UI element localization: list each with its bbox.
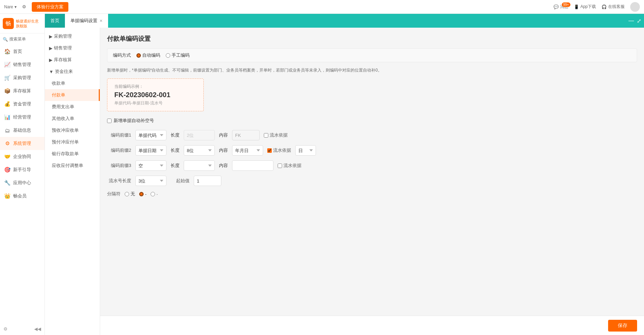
sep-dot-radio-input[interactable] (151, 192, 155, 196)
headset-icon: 🎧 (602, 4, 607, 9)
sidebar-item-apps[interactable]: 🔧 应用中心 (0, 176, 45, 189)
sub-menu-item-expense[interactable]: 费用支出单 (45, 101, 100, 113)
prefix3-select[interactable]: 空 (135, 160, 166, 171)
manual-encoding-radio-input[interactable] (166, 53, 170, 58)
finance-icon: 💰 (4, 101, 10, 107)
tab-home[interactable]: 首页 (45, 14, 65, 28)
sub-menu-header-sales[interactable]: ▶ 销售管理 (45, 42, 100, 54)
app-download-button[interactable]: 📱 App下载 (574, 4, 596, 10)
sidebar-item-purchase[interactable]: 🛒 采购管理 (0, 71, 45, 84)
sep-dot-radio[interactable]: · (151, 192, 158, 197)
auto-fill-checkbox[interactable] (107, 119, 112, 123)
sidebar-item-home[interactable]: 🏠 首页 (0, 45, 45, 58)
serial3-checkbox[interactable] (278, 164, 282, 168)
sub-menu-item-receipt-label: 收款单 (52, 81, 65, 86)
tab-maximize-icon[interactable]: ⤢ (637, 18, 641, 24)
sidebar-item-inventory[interactable]: 📦 库存核算 (0, 84, 45, 97)
sep-dash-radio-input[interactable] (139, 192, 144, 196)
serial1-checkbox-label[interactable]: 流水依据 (264, 132, 288, 138)
content2-label: 内容 (219, 147, 228, 153)
settings-icon[interactable]: ⚙ (19, 2, 29, 12)
auto-encoding-radio-input[interactable] (136, 53, 141, 58)
logo-text: 畅捷通好生意 旗舰版 (16, 19, 39, 29)
sidebar-item-guide[interactable]: 🎯 新手引导 (0, 163, 45, 176)
sub-menu-sales: ▶ 销售管理 (45, 42, 100, 54)
logo-line2: 旗舰版 (16, 24, 39, 28)
membership-icon: 👑 (4, 193, 10, 199)
app-download-label: App下载 (580, 4, 596, 10)
content3-input[interactable] (232, 160, 273, 171)
sidebar-label-cooperation: 企业协同 (13, 153, 31, 160)
sep-none-radio[interactable]: 无 (125, 191, 135, 197)
sub-menu-item-other-income[interactable]: 其他收入单 (45, 113, 100, 124)
code-preview-value: FK-20230602-001 (114, 91, 196, 99)
main-area: 首页 单据编码设置 ✕ — ⤢ ▶ 采购管理 (45, 14, 644, 335)
sidebar-logo: 畅 畅捷通好生意 旗舰版 (0, 14, 45, 34)
sidebar: 畅 畅捷通好生意 旗舰版 🔍 搜索菜单 🏠 首页 📈 销售管理 🛒 采购管理 (0, 14, 45, 335)
collapse-icon[interactable]: ◀◀ (34, 326, 41, 332)
length2-select[interactable]: 8位 (184, 145, 215, 156)
auto-encoding-radio[interactable]: 自动编码 (136, 52, 160, 58)
length3-select[interactable] (184, 160, 215, 171)
sub-menu-item-prepay-pay[interactable]: 预付冲应付单 (45, 136, 100, 148)
sub-menu-item-receipt[interactable]: 收款单 (45, 77, 100, 89)
search-label: 搜索菜单 (9, 36, 26, 42)
sub-menu-label-purchase: 采购管理 (54, 33, 72, 39)
chevron-right-icon2: ▶ (49, 46, 52, 51)
content1-input (232, 130, 260, 140)
sidebar-item-system[interactable]: ⚙ 系统管理 (0, 137, 45, 150)
serial3-checkbox-label[interactable]: 流水依据 (278, 162, 301, 169)
message-button[interactable]: 💬 消息 99+ (554, 4, 568, 10)
save-button[interactable]: 保存 (608, 320, 637, 332)
sub-menu-header-inventory[interactable]: ▶ 库存核算 (45, 54, 100, 66)
tab-encoding[interactable]: 单据编码设置 ✕ (65, 14, 108, 28)
serial2-unit-select[interactable]: 日 (295, 145, 316, 156)
sub-menu-item-payable-adjust[interactable]: 应收应付调整单 (45, 160, 100, 171)
serial-length-select[interactable]: 3位 (135, 176, 166, 186)
sep-none-radio-input[interactable] (125, 192, 129, 196)
content2-select[interactable]: 年月日 (232, 145, 263, 156)
manual-encoding-radio[interactable]: 手工编码 (166, 52, 190, 58)
sep-dash-radio[interactable]: - (139, 192, 146, 197)
sidebar-item-cooperation[interactable]: 🤝 企业协同 (0, 150, 45, 163)
online-service-button[interactable]: 🎧 在线客服 (602, 4, 625, 10)
encoding-method-bar: 编码方式 自动编码 手工编码 (107, 48, 637, 62)
serial-length-label: 流水号长度 (107, 178, 131, 184)
online-service-label: 在线客服 (608, 4, 625, 10)
message-icon: 💬 (554, 4, 559, 9)
sub-menu-item-payment[interactable]: 付款单 (45, 89, 100, 101)
prefix3-label: 编码前缀3 (107, 162, 131, 169)
sub-menu-item-prepay-receive[interactable]: 预收冲应收单 (45, 124, 100, 136)
basic-icon: 🗂 (4, 127, 10, 133)
trial-button[interactable]: 体验行业方案 (32, 2, 68, 12)
bottom-settings-icon[interactable]: ⚙ (3, 326, 8, 332)
prefix2-select[interactable]: 单据日期 (135, 145, 166, 156)
avatar[interactable] (630, 2, 640, 12)
sidebar-item-finance[interactable]: 💰 资金管理 (0, 97, 45, 111)
content-area: ▶ 采购管理 ▶ 销售管理 ▶ 库存核算 (45, 28, 644, 335)
sub-menu-header-purchase[interactable]: ▶ 采购管理 (45, 30, 100, 42)
sidebar-label-purchase: 采购管理 (13, 75, 31, 81)
sub-menu-item-bank-deposit[interactable]: 银行存取款单 (45, 148, 100, 160)
sidebar-item-sales[interactable]: 📈 销售管理 (0, 58, 45, 71)
tab-close-icon[interactable]: ✕ (99, 19, 103, 23)
sidebar-search-button[interactable]: 🔍 搜索菜单 (0, 34, 45, 45)
auto-fill-row: 新增单据自动补空号 (107, 118, 637, 124)
serial2-checkbox[interactable] (267, 148, 272, 153)
serial1-checkbox[interactable] (264, 133, 268, 138)
separator-label: 分隔符 (107, 191, 121, 197)
sep-dash-label: - (145, 192, 146, 197)
sidebar-item-basic[interactable]: 🗂 基础信息 (0, 124, 45, 137)
sub-menu-header-finance[interactable]: ▼ 资金往来 (45, 66, 100, 77)
start-value-input[interactable] (194, 176, 221, 186)
top-bar-right: 💬 消息 99+ 📱 App下载 🎧 在线客服 (554, 2, 640, 12)
prefix1-select[interactable]: 单据代码 (135, 130, 166, 140)
purchase-icon: 🛒 (4, 75, 10, 81)
sidebar-item-membership[interactable]: 👑 畅会员 (0, 189, 45, 203)
sidebar-item-operations[interactable]: 📊 经营管理 (0, 111, 45, 124)
tab-minimize-icon[interactable]: — (628, 18, 634, 24)
serial2-checkbox-label[interactable]: 流水依据 (267, 147, 291, 153)
serial2-label: 流水依据 (273, 147, 291, 153)
sidebar-label-home: 首页 (13, 48, 22, 55)
company-selector[interactable]: Nare ▾ (4, 4, 17, 9)
